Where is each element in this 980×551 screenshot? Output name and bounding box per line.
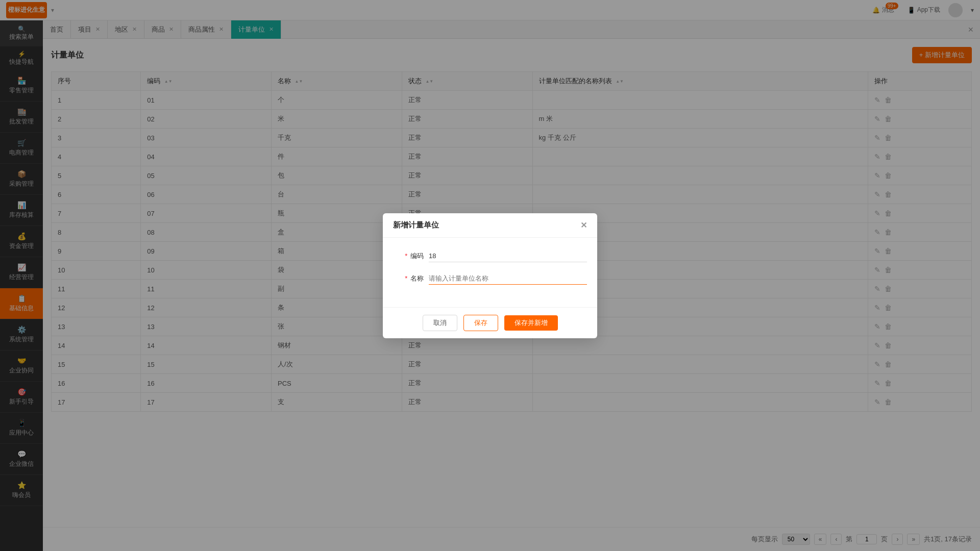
code-label: * 编码 xyxy=(393,252,424,261)
code-required-mark: * xyxy=(405,252,407,260)
name-required-mark: * xyxy=(405,274,407,282)
modal-body: * 编码 * 名称 xyxy=(383,238,597,307)
form-row-name: * 名称 xyxy=(393,272,587,285)
modal-header: 新增计量单位 ✕ xyxy=(383,213,597,238)
modal-close-btn[interactable]: ✕ xyxy=(580,220,587,230)
cancel-button[interactable]: 取消 xyxy=(423,315,457,331)
modal-title: 新增计量单位 xyxy=(393,220,439,230)
name-input[interactable] xyxy=(429,272,587,285)
modal-overlay[interactable]: 新增计量单位 ✕ * 编码 * 名称 取消 保存 保存并新增 xyxy=(0,0,980,551)
modal-footer: 取消 保存 保存并新增 xyxy=(383,307,597,338)
save-and-new-button[interactable]: 保存并新增 xyxy=(504,315,558,331)
add-unit-modal: 新增计量单位 ✕ * 编码 * 名称 取消 保存 保存并新增 xyxy=(383,213,597,338)
save-button[interactable]: 保存 xyxy=(463,315,498,331)
form-row-code: * 编码 xyxy=(393,250,587,262)
name-label: * 名称 xyxy=(393,274,424,283)
code-input[interactable] xyxy=(429,250,587,262)
